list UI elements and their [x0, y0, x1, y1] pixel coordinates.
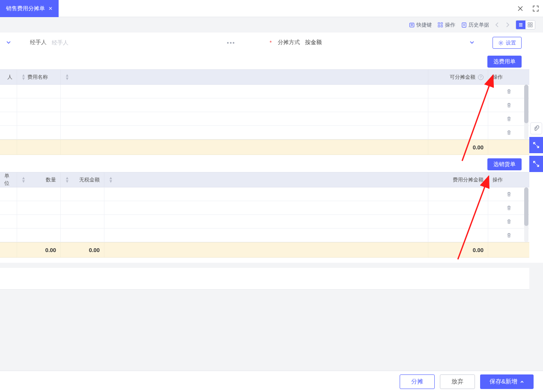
sum-row: 0.00 0.00 0.00: [0, 242, 529, 258]
tab-title: 销售费用分摊单: [6, 5, 45, 12]
svg-rect-3: [438, 25, 440, 27]
sum-row: 0.00: [0, 140, 529, 155]
shortcut-button[interactable]: 快捷键: [409, 21, 432, 29]
trash-icon[interactable]: [506, 130, 512, 135]
column-operate: 操作: [493, 74, 503, 81]
method-label: 分摊方式: [278, 39, 300, 46]
save-new-button[interactable]: 保存&新增: [480, 374, 534, 389]
footer: 分摊 放弃 保存&新增: [0, 371, 543, 392]
svg-rect-5: [462, 23, 466, 27]
help-icon[interactable]: ?: [478, 74, 484, 80]
form-row: 经手人 ••• * 分摊方式 设置: [0, 33, 529, 52]
column-expense-name: 费用名称: [27, 74, 48, 81]
attachment-icon[interactable]: [530, 122, 542, 134]
fullscreen-icon[interactable]: [531, 4, 540, 13]
sum-notax: 0.00: [89, 247, 100, 253]
svg-rect-8: [528, 25, 530, 27]
settings-button[interactable]: 设置: [493, 37, 522, 49]
prev-record-icon[interactable]: [495, 22, 499, 27]
trash-icon[interactable]: [506, 219, 512, 224]
handler-input[interactable]: [51, 39, 214, 46]
toolbar: 快捷键 操作 历史单据: [0, 17, 543, 33]
svg-rect-2: [441, 22, 442, 24]
trash-icon[interactable]: [506, 232, 512, 238]
trash-icon[interactable]: [506, 102, 512, 108]
view-list-icon[interactable]: [516, 21, 525, 29]
sum-qty: 0.00: [45, 247, 56, 253]
table-row: [0, 201, 529, 215]
svg-rect-7: [531, 23, 532, 24]
svg-rect-6: [528, 23, 530, 24]
method-field: * 分摊方式: [270, 39, 475, 46]
handler-label: 经手人: [30, 39, 47, 46]
trash-icon[interactable]: [506, 205, 512, 211]
column-allocatable-amount: 可分摊金额: [450, 74, 475, 81]
table-row: [0, 215, 529, 229]
allocate-button[interactable]: 分摊: [400, 374, 435, 389]
chevron-down-icon[interactable]: [469, 39, 475, 45]
close-icon[interactable]: ✕: [48, 6, 53, 12]
sum-amount: 0.00: [473, 247, 484, 253]
column-alloc-amount: 费用分摊金额: [453, 176, 484, 184]
tab-active[interactable]: 销售费用分摊单 ✕: [0, 0, 59, 17]
sort-icon[interactable]: ▲▼: [65, 74, 69, 80]
next-record-icon[interactable]: [505, 22, 510, 27]
svg-point-10: [500, 42, 502, 44]
svg-rect-4: [441, 25, 442, 27]
select-sales-button[interactable]: 选销货单: [487, 158, 522, 170]
trash-icon[interactable]: [506, 89, 512, 94]
operate-button[interactable]: 操作: [438, 21, 455, 29]
column-qty: 数量: [27, 176, 56, 184]
expand-out-icon[interactable]: [529, 137, 543, 153]
column-operate: 操作: [493, 176, 503, 184]
sort-icon[interactable]: ▲▼: [21, 74, 26, 80]
view-grid-icon[interactable]: [525, 21, 535, 29]
table-row: [0, 112, 529, 126]
table-row: [0, 126, 529, 140]
trash-icon[interactable]: [506, 191, 512, 197]
svg-rect-0: [409, 23, 414, 27]
table-row: [0, 187, 529, 201]
more-icon[interactable]: •••: [227, 39, 235, 46]
handler-field: 经手人 •••: [30, 39, 235, 46]
sort-icon[interactable]: ▲▼: [21, 176, 26, 183]
sort-icon[interactable]: ▲▼: [65, 176, 69, 183]
chevron-down-icon[interactable]: [6, 39, 12, 45]
discard-button[interactable]: 放弃: [440, 374, 475, 389]
sales-table: 单位 ▲▼数量 ▲▼无税金额 ▲▼ 费用分摊金额 操作 0.00 0.00: [0, 172, 529, 258]
close-panel-icon[interactable]: [516, 4, 525, 13]
svg-rect-9: [531, 25, 532, 27]
expand-in-icon[interactable]: [529, 156, 543, 172]
sort-icon[interactable]: ▲▼: [109, 176, 113, 183]
trash-icon[interactable]: [506, 116, 512, 122]
method-input[interactable]: [304, 39, 467, 46]
history-button[interactable]: 历史单据: [461, 21, 489, 29]
sum-amount: 0.00: [473, 144, 484, 151]
chevron-up-icon: [520, 380, 524, 384]
select-expense-button[interactable]: 选费用单: [487, 56, 522, 68]
side-rail: [529, 50, 543, 172]
column-notax: 无税金额: [71, 176, 100, 184]
svg-rect-1: [438, 22, 440, 24]
tab-bar: 销售费用分摊单 ✕: [0, 0, 543, 17]
expense-table: 人 ▲▼费用名称 ▲▼ 可分摊金额? 操作 0.00: [0, 69, 529, 155]
view-toggle: [516, 20, 535, 30]
table-row: [0, 98, 529, 112]
table-row: [0, 229, 529, 242]
table-row: [0, 85, 529, 98]
